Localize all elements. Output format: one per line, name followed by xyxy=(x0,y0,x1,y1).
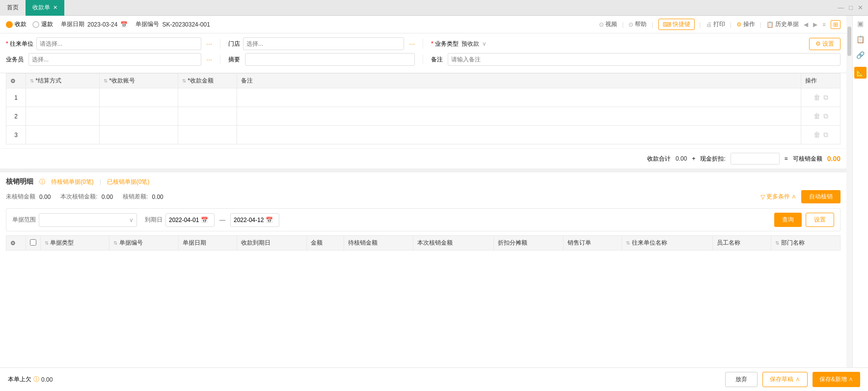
business-type-select[interactable]: 预收款 ∨ xyxy=(461,40,487,48)
table-row: 1 🗑 ⧉ xyxy=(6,88,841,107)
form-div-4 xyxy=(423,55,423,64)
stat-1: 未核销金额 0.00 xyxy=(6,193,51,201)
footer-right: 放弃 保存草稿 ∧ 保存&新增 ∧ xyxy=(725,372,860,387)
gear-icon: ⚙ xyxy=(815,40,821,47)
shortcut-btn[interactable]: ⌨ 快捷键 xyxy=(658,19,695,30)
row-1-amount[interactable] xyxy=(178,88,237,107)
discount-input[interactable] xyxy=(731,153,780,165)
toolbar-row: 收款 退款 单据日期 2023-03-24 📅 单据编号 SK-20230324… xyxy=(0,16,846,33)
operation-btn[interactable]: ⚙ 操作 xyxy=(736,20,755,28)
bth-checkbox[interactable] xyxy=(26,236,41,251)
partner-input[interactable] xyxy=(36,37,201,50)
date-to-input[interactable]: 2022-04-12 📅 xyxy=(230,213,279,227)
row-2-amount[interactable] xyxy=(178,107,237,126)
remark-field: 备注 xyxy=(431,53,841,66)
row-1-account[interactable] xyxy=(100,88,178,107)
sidebar-link-icon[interactable]: 🔗 xyxy=(856,51,865,59)
more-conditions-btn[interactable]: ▽ 更多条件 ∧ xyxy=(760,193,796,201)
save-draft-btn[interactable]: 保存草稿 ∧ xyxy=(762,372,807,387)
footer-amount-label: 本单上欠 xyxy=(8,375,31,384)
row-3-delete-icon[interactable]: 🗑 xyxy=(814,131,820,139)
tab-receipt[interactable]: 收款单 ✕ xyxy=(26,0,64,16)
net-label: 可核销金额 xyxy=(793,155,822,163)
th-gear[interactable]: ⚙ xyxy=(6,74,26,88)
date-from-input[interactable]: 2022-04-01 📅 xyxy=(165,213,215,227)
range-label: 单据范围 xyxy=(12,216,36,224)
nav-left-icon[interactable]: ◀ xyxy=(804,21,808,28)
stat-2: 本次核销金额: 0.00 xyxy=(60,193,113,201)
stat-3: 核销差额: 0.00 xyxy=(123,193,163,201)
table-row: 3 🗑 ⧉ xyxy=(6,126,841,144)
radio-refund-dot xyxy=(32,21,39,28)
date-to-calendar-icon[interactable]: 📅 xyxy=(266,217,273,223)
bth-gear[interactable]: ⚙ xyxy=(6,236,26,251)
store-input[interactable] xyxy=(243,37,404,50)
row-3-copy-icon[interactable]: ⧉ xyxy=(823,131,828,139)
form-section: * 往来单位 ··· 门店 ··· * 业务类型 预 xyxy=(0,33,846,73)
print-btn[interactable]: 🖨 打印 xyxy=(706,20,725,28)
row-3-account[interactable] xyxy=(100,126,178,144)
row-1-copy-icon[interactable]: ⧉ xyxy=(823,93,828,102)
tab-receipt-close[interactable]: ✕ xyxy=(53,4,57,11)
scroll-thumb[interactable] xyxy=(847,27,851,56)
pending-tab-link[interactable]: 待核销单据(0笔) xyxy=(51,178,94,186)
window-min-btn[interactable]: — xyxy=(838,4,844,11)
form-settings-btn[interactable]: ⚙ 设置 xyxy=(809,38,841,50)
table-row: 2 🗑 ⧉ xyxy=(6,107,841,126)
window-close-btn[interactable]: ✕ xyxy=(858,4,863,11)
row-3-amount[interactable] xyxy=(178,126,237,144)
query-btn[interactable]: 查询 xyxy=(774,213,802,227)
nav-right-icon[interactable]: ▶ xyxy=(813,21,817,28)
staff-more-btn[interactable]: ··· xyxy=(206,56,212,63)
summary-input[interactable] xyxy=(245,53,415,66)
video-btn[interactable]: ⊙ 视频 xyxy=(599,20,617,28)
row-2-delete-icon[interactable]: 🗑 xyxy=(814,112,820,120)
date-from-calendar-icon[interactable]: 📅 xyxy=(201,217,208,223)
row-2-settle[interactable] xyxy=(26,107,100,126)
more-conditions-label: 更多条件 ∧ xyxy=(766,193,796,201)
row-1-remark[interactable] xyxy=(237,88,801,107)
radio-receipt[interactable]: 收款 xyxy=(6,20,27,28)
bth-sales-order: 销售订单 xyxy=(563,236,622,251)
doc-date-value: 2023-03-24 xyxy=(87,21,117,28)
auto-writeoff-btn[interactable]: 自动核销 xyxy=(801,190,841,203)
store-label: 门店 xyxy=(228,40,240,48)
sort-doc-no: ⇅ xyxy=(113,240,117,246)
table-header-row: ⚙ ⇅ *结算方式 ⇅ *收款账号 ⇅ *收款金额 备注 xyxy=(6,74,841,88)
sort-partner: ⇅ xyxy=(626,240,630,246)
th-remark: 备注 xyxy=(237,74,801,88)
row-3-remark[interactable] xyxy=(237,126,801,144)
select-all-checkbox[interactable] xyxy=(30,239,36,246)
range-select[interactable]: ∨ xyxy=(39,213,137,227)
radio-refund[interactable]: 退款 xyxy=(32,20,53,28)
tab-home[interactable]: 首页 xyxy=(0,0,26,16)
help-btn[interactable]: ⊙ 帮助 xyxy=(628,20,647,28)
row-2-copy-icon[interactable]: ⧉ xyxy=(823,112,828,120)
sidebar-screenshot-icon[interactable]: 📐 xyxy=(854,67,867,79)
section-divider xyxy=(0,168,846,172)
history-btn[interactable]: 📋 历史单据 xyxy=(766,20,799,28)
doc-date-calendar-icon[interactable]: 📅 xyxy=(120,21,128,28)
partner-more-btn[interactable]: ··· xyxy=(206,40,212,48)
row-1-delete-icon[interactable]: 🗑 xyxy=(814,93,820,102)
done-tab-link[interactable]: 已核销单据(0笔) xyxy=(107,178,150,186)
row-2-account[interactable] xyxy=(100,107,178,126)
biz-required-star: * xyxy=(431,40,434,47)
list-icon[interactable]: ≡ xyxy=(822,21,826,28)
discard-btn[interactable]: 放弃 xyxy=(725,372,758,387)
staff-input[interactable] xyxy=(28,53,201,66)
grid-icon[interactable]: ⊞ xyxy=(831,20,841,29)
row-2-remark[interactable] xyxy=(237,107,801,126)
save-new-btn[interactable]: 保存&新增 ∧ xyxy=(813,372,860,387)
row-1-settle[interactable] xyxy=(26,88,100,107)
row-2-action: 🗑 ⧉ xyxy=(801,107,841,126)
window-max-btn[interactable]: □ xyxy=(849,4,853,11)
store-field: 门店 ··· xyxy=(228,37,415,50)
row-3-settle[interactable] xyxy=(26,126,100,144)
sidebar-table-icon[interactable]: ▣ xyxy=(857,20,864,28)
sidebar-list-icon[interactable]: 📋 xyxy=(856,35,865,43)
store-more-btn[interactable]: ··· xyxy=(409,40,415,48)
filter-settings-btn[interactable]: 设置 xyxy=(806,213,834,227)
remark-input[interactable] xyxy=(448,53,841,66)
scroll-area[interactable] xyxy=(846,16,852,391)
